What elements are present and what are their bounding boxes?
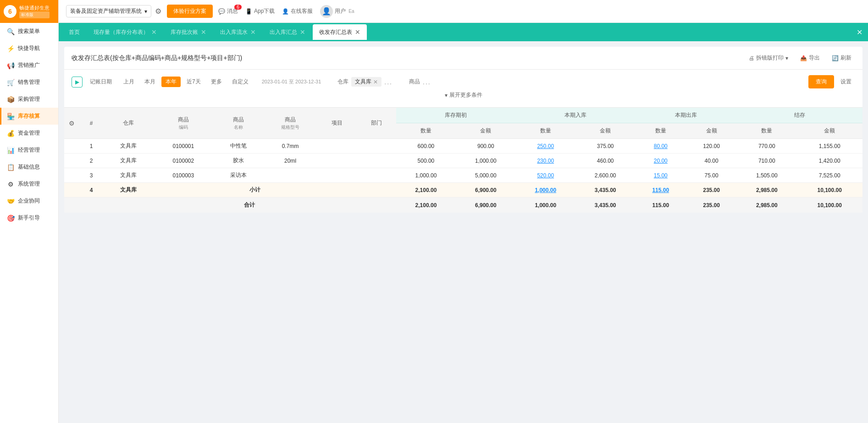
query-button[interactable]: 查询 <box>808 75 834 88</box>
date-btn-custom[interactable]: 自定义 <box>228 77 253 87</box>
close-all-tabs-icon[interactable]: ✕ <box>855 26 864 38</box>
sidebar-item-marketing[interactable]: 📢营销推广 <box>0 57 58 74</box>
page-actions: 🖨 拆镜版打印 ▾ 📤 导出 🔄 刷新 <box>745 52 855 64</box>
cell-open-qty: 600.00 <box>396 139 456 154</box>
cell-in-amt: 460.00 <box>575 154 635 168</box>
warehouse-label: 仓库 <box>337 78 348 86</box>
tab-label-batch: 库存批次账 <box>171 28 198 36</box>
messages-badge: 6 <box>234 5 242 10</box>
refresh-icon: 🔄 <box>832 55 839 61</box>
sidebar-item-enterprise[interactable]: 🤝企业协同 <box>0 192 58 209</box>
subtotal-label: 小计 <box>154 183 357 198</box>
cell-out-qty[interactable]: 20.00 <box>635 154 686 168</box>
settings-icon[interactable]: ⚙ <box>155 7 161 16</box>
subtotal-warehouse: 文具库 <box>103 183 153 198</box>
tab-inout-summary[interactable]: 出入库汇总✕ <box>263 24 312 40</box>
tab-label-inout-flow: 出入库流水 <box>220 28 248 36</box>
total-bal-amt: 10,100.00 <box>796 198 862 213</box>
warehouse-more-btn[interactable]: ... <box>384 78 393 86</box>
expand-conditions-button[interactable]: ▾ 展开更多条件 <box>445 91 482 99</box>
tab-stock-dist[interactable]: 现存量（库存分布表）✕ <box>87 24 163 40</box>
page-title: 收发存汇总表(按仓库+商品编码+商品+规格型号+项目+部门) <box>72 54 242 62</box>
total-spacer: 合计 <box>103 198 396 213</box>
date-btn-7days[interactable]: 近7天 <box>182 77 205 87</box>
warehouse-tag-close[interactable]: ✕ <box>373 79 378 85</box>
sidebar-item-system[interactable]: ⚙系统管理 <box>0 176 58 192</box>
cell-dept <box>357 139 396 154</box>
sidebar-icon-quick-nav: ⚡ <box>7 45 14 52</box>
date-btn-last-month[interactable]: 上月 <box>119 77 138 87</box>
cell-out-qty[interactable]: 80.00 <box>635 139 686 154</box>
tab-batch[interactable]: 库存批次账✕ <box>164 24 213 40</box>
refresh-button[interactable]: 🔄 刷新 <box>828 52 855 64</box>
system-selector[interactable]: 装备及固定资产辅助管理系统 ▾ <box>66 5 151 17</box>
tab-inout-flow[interactable]: 出入库流水✕ <box>214 24 262 40</box>
th-inbound-group: 本期入库 <box>516 108 636 123</box>
total-out-qty: 115.00 <box>635 198 686 213</box>
cell-bal-amt: 7,525.00 <box>796 168 862 183</box>
tab-recv-send-summary[interactable]: 收发存汇总表✕ <box>313 24 367 40</box>
filter-settings-button[interactable]: 设置 <box>837 76 855 88</box>
th-balance-group: 结存 <box>737 108 862 123</box>
tab-close-batch[interactable]: ✕ <box>201 29 206 35</box>
sidebar-item-basic-info[interactable]: 📋基础信息 <box>0 159 58 176</box>
cell-goods-code: 0100002 <box>154 154 213 168</box>
date-btn-this-year[interactable]: 本年 <box>161 77 181 87</box>
sidebar-item-inventory[interactable]: 🏪库存核算 <box>0 108 58 125</box>
avatar: 👤 <box>320 5 333 18</box>
date-btn-more[interactable]: 更多 <box>207 77 226 87</box>
export-button[interactable]: 📤 导出 <box>796 52 824 64</box>
user-item[interactable]: 👤 用户 Ea <box>320 5 354 18</box>
sidebar-item-guide[interactable]: 🎯新手引导 <box>0 209 58 226</box>
total-in-amt: 3,435.00 <box>575 198 635 213</box>
print-button[interactable]: 🖨 拆镜版打印 ▾ <box>745 52 792 64</box>
date-btn-this-month[interactable]: 本月 <box>140 77 160 87</box>
sidebar-item-quick-nav[interactable]: ⚡快捷导航 <box>0 40 58 57</box>
app-download-label: App下载 <box>254 7 275 15</box>
cell-open-amt: 900.00 <box>456 139 515 154</box>
user-label: 用户 <box>335 7 346 15</box>
tab-label-inout-summary: 出入库汇总 <box>270 28 297 36</box>
cell-no: 3 <box>79 168 103 183</box>
goods-more-btn[interactable]: ... <box>423 78 431 86</box>
tab-close-stock-dist[interactable]: ✕ <box>151 29 157 35</box>
subtotal-gear <box>64 183 79 198</box>
cell-in-qty[interactable]: 520.00 <box>516 168 575 183</box>
tab-close-inout-flow[interactable]: ✕ <box>250 29 256 35</box>
cell-in-amt: 375.00 <box>575 139 635 154</box>
print-icon: 🖨 <box>749 55 754 61</box>
tab-close-recv-send-summary[interactable]: ✕ <box>355 29 360 35</box>
filter-toggle-button[interactable]: ▶ <box>72 77 83 88</box>
subtotal-out-qty[interactable]: 115.00 <box>635 183 686 198</box>
subtotal-in-qty[interactable]: 1,000.00 <box>516 183 575 198</box>
sidebar-item-search[interactable]: 🔍搜索菜单 <box>0 23 58 40</box>
try-solution-button[interactable]: 体验行业方案 <box>167 5 213 18</box>
sidebar-item-purchase[interactable]: 📦采购管理 <box>0 91 58 108</box>
dropdown-icon: ▾ <box>144 8 147 15</box>
cell-warehouse: 文具库 <box>103 168 153 183</box>
topbar-right: 💬 消息 6 📱 App下载 👤 在线客服 👤 用户 Ea <box>218 5 354 18</box>
tab-close-inout-summary[interactable]: ✕ <box>300 29 305 35</box>
sidebar-item-finance[interactable]: 💰资金管理 <box>0 125 58 142</box>
table-settings-icon[interactable]: ⚙ <box>69 120 75 127</box>
messages-item[interactable]: 💬 消息 6 <box>218 7 238 15</box>
th-goods-spec: 商品规格型号 <box>263 108 317 139</box>
cell-bal-qty: 770.00 <box>737 139 796 154</box>
summary-table: ⚙ # 仓库 商品编码 商品名称 商品规格型号 项目 部门 库存期初 本期入库 … <box>64 108 862 213</box>
system-name-label: 装备及固定资产辅助管理系统 <box>70 7 142 15</box>
date-buttons: 上月 本月 本年 近7天 更多 自定义 <box>119 77 253 87</box>
print-label: 拆镜版打印 <box>756 54 784 62</box>
cell-out-qty[interactable]: 15.00 <box>635 168 686 183</box>
cell-in-qty[interactable]: 250.00 <box>516 139 575 154</box>
subtotal-out-amt: 235.00 <box>686 183 737 198</box>
cell-in-qty[interactable]: 230.00 <box>516 154 575 168</box>
sidebar-logo: 6 畅捷通好生意 标准版 <box>0 0 58 23</box>
goods-filter: 商品 ... <box>409 78 431 86</box>
app-download-item[interactable]: 📱 App下载 <box>245 7 275 15</box>
online-service-item[interactable]: 👤 在线客服 <box>282 7 313 15</box>
sidebar-item-operations[interactable]: 📊经营管理 <box>0 142 58 159</box>
tab-home[interactable]: 首页 <box>62 24 86 40</box>
total-bal-qty: 2,985.00 <box>737 198 796 213</box>
th-project: 项目 <box>317 108 357 139</box>
sidebar-item-sales[interactable]: 🛒销售管理 <box>0 74 58 91</box>
